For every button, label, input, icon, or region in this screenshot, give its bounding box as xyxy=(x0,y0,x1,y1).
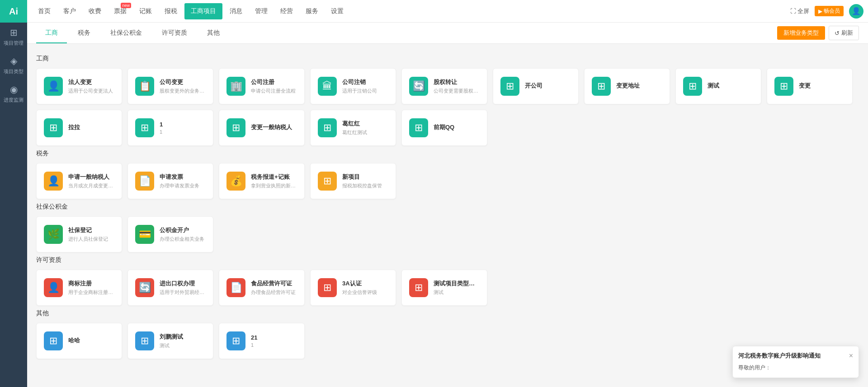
card-text-legal-change: 法人变更 适用于公司变更法人 xyxy=(68,78,114,94)
card-company-change[interactable]: 📋 公司变更 股权变更外的业务变更 xyxy=(127,68,213,104)
notification-close-button[interactable]: × xyxy=(849,352,853,360)
card-company-register[interactable]: 🏢 公司注册 申请公司注册全流程 xyxy=(219,68,305,104)
card-3a-cert[interactable]: ⊞ 3A认证 对企业信誉评级 xyxy=(310,270,396,306)
notification-header: 河北税务数字账户升级影响通知 × xyxy=(738,352,853,360)
card-qianqi-qq[interactable]: ⊞ 前期QQ xyxy=(401,110,487,146)
section-title-shebao: 社保公积金 xyxy=(36,203,859,211)
card-legal-change[interactable]: 👤 法人变更 适用于公司变更法人 xyxy=(36,68,122,104)
app-logo[interactable]: Ai xyxy=(0,0,27,23)
tab-shebao[interactable]: 社保公积金 xyxy=(101,23,151,43)
card-icon-open-company: ⊞ xyxy=(500,77,519,96)
card-icon-change-address: ⊞ xyxy=(592,77,611,96)
card-lala[interactable]: ⊞ 拉拉 xyxy=(36,110,122,146)
card-new-project[interactable]: ⊞ 新项目 报税加税控盘保管 xyxy=(310,163,396,199)
card-change[interactable]: ⊞ 变更 xyxy=(767,68,853,104)
cards-grid-xuke: 👤 商标注册 用于企业商标注册服务 🔄 进出口权办理 适用于对外贸易经营者 📄 … xyxy=(36,270,859,306)
card-change-taxpayer[interactable]: ⊞ 变更一般纳税人 xyxy=(219,110,305,146)
sidebar-item-project-type[interactable]: ◈ 项目类型 xyxy=(0,51,27,79)
sidebar-item-label: 项目管理 xyxy=(4,40,24,47)
nav-home[interactable]: 首页 xyxy=(32,0,57,23)
card-icon-food-permit: 📄 xyxy=(226,278,245,297)
card-icon-fund-open: 💳 xyxy=(135,225,154,244)
nav-operation[interactable]: 经营 xyxy=(274,0,299,23)
card-icon-new-project: ⊞ xyxy=(318,172,337,191)
card-food-permit[interactable]: 📄 食品经营许可证 办理食品经营许可证 xyxy=(219,270,305,306)
card-icon-test: ⊞ xyxy=(683,77,702,96)
nav-tax[interactable]: 报税 xyxy=(158,0,184,23)
card-trademark[interactable]: 👤 商标注册 用于企业商标注册服务 xyxy=(36,270,122,306)
card-apply-invoice[interactable]: 📄 申请发票 办理申请发票业务 xyxy=(127,163,213,199)
sidebar-item-progress-monitor[interactable]: ◉ 进度监测 xyxy=(0,79,27,108)
fullscreen-btn[interactable]: ⛶ 全屏 xyxy=(790,7,809,15)
card-tax-report-accounting[interactable]: 💰 税务报道+记账 拿到营业执照的新公司 xyxy=(219,163,305,199)
card-test-project-type[interactable]: ⊞ 测试项目类型目定义 测试 xyxy=(401,270,487,306)
card-test[interactable]: ⊞ 测试 xyxy=(675,68,761,104)
cards-grid-shuiwu: 👤 申请一般纳税人 当月或次月成变更完成 📄 申请发票 办理申请发票业务 💰 税… xyxy=(36,163,859,199)
card-equity-transfer[interactable]: 🔄 股权转让 公司变更需要股权转让 xyxy=(401,68,487,104)
notification-popup: 河北税务数字账户升级影响通知 × 尊敬的用户： xyxy=(732,346,859,370)
card-import-export[interactable]: 🔄 进出口权办理 适用于对外贸易经营者 xyxy=(127,270,213,306)
new-type-button[interactable]: 新增业务类型 xyxy=(777,26,825,40)
card-open-company[interactable]: ⊞ 开公司 xyxy=(493,68,579,104)
card-icon-apply-invoice: 📄 xyxy=(135,172,154,191)
nav-settings[interactable]: 设置 xyxy=(325,0,350,23)
progress-monitor-icon: ◉ xyxy=(10,84,18,95)
tab-gongshang[interactable]: 工商 xyxy=(36,23,67,43)
card-icon-company-change: 📋 xyxy=(135,77,154,96)
sidebar-item-project-manage[interactable]: ⊞ 项目管理 xyxy=(0,23,27,51)
card-icon-import-export: 🔄 xyxy=(135,278,154,297)
card-company-cancel[interactable]: 🏛 公司注销 适用于注销公司 xyxy=(310,68,396,104)
user-avatar[interactable]: 👤 xyxy=(849,4,863,19)
card-twenty-one[interactable]: ⊞ 21 1 xyxy=(219,323,305,359)
card-icon-apply-taxpayer: 👤 xyxy=(44,172,63,191)
fullscreen-icon: ⛶ xyxy=(790,8,796,14)
card-liupeng-test[interactable]: ⊞ 刘鹏测试 测试 xyxy=(127,323,213,359)
card-social-register[interactable]: 🌿 社保登记 进行人员社保登记 xyxy=(36,216,122,252)
tabs-actions: 新增业务类型 ↺ 刷新 xyxy=(777,26,859,40)
card-change-address[interactable]: ⊞ 变更地址 xyxy=(584,68,670,104)
card-icon-qianqi-qq: ⊞ xyxy=(409,118,428,137)
new-badge: new xyxy=(121,3,131,9)
main-content: 工商 税务 社保公积金 许可资质 其他 新增业务类型 ↺ 刷新 工商 👤 法人变… xyxy=(27,23,868,370)
nav-management[interactable]: 管理 xyxy=(249,0,274,23)
notification-title: 河北税务数字账户升级影响通知 xyxy=(738,352,821,360)
vip-btn[interactable]: ▶ 畅会员 xyxy=(815,6,844,16)
card-icon-3a-cert: ⊞ xyxy=(318,278,337,297)
cards-grid-gongshang: 👤 法人变更 适用于公司变更法人 📋 公司变更 股权变更外的业务变更 🏢 公司注… xyxy=(36,68,859,146)
nav-billing[interactable]: 收费 xyxy=(82,0,108,23)
section-title-qita: 其他 xyxy=(36,309,859,317)
card-icon-equity-transfer: 🔄 xyxy=(409,77,428,96)
refresh-button[interactable]: ↺ 刷新 xyxy=(829,26,859,40)
card-icon-tax-report-accounting: 💰 xyxy=(226,172,245,191)
card-one[interactable]: ⊞ 1 1 xyxy=(127,110,213,146)
nav-accounting[interactable]: 记账 xyxy=(133,0,158,23)
nav-tickets[interactable]: 票据 new xyxy=(108,0,133,23)
tab-xuke[interactable]: 许可资质 xyxy=(153,23,196,43)
card-fund-open[interactable]: 💳 公积金开户 办理公积金相关业务 xyxy=(127,216,213,252)
card-icon-social-register: 🌿 xyxy=(44,225,63,244)
top-navigation: 首页 客户 收费 票据 new 记账 报税 工商项目 消息 管理 经营 服务 设… xyxy=(27,0,868,23)
card-icon-change: ⊞ xyxy=(774,77,793,96)
sidebar-item-label: 项目类型 xyxy=(4,68,24,75)
card-icon-legal-change: 👤 xyxy=(44,77,63,96)
tab-qita[interactable]: 其他 xyxy=(198,23,229,43)
card-gehonghong[interactable]: ⊞ 葛红红 葛红红测试 xyxy=(310,110,396,146)
card-desc: 适用于公司变更法人 xyxy=(68,88,114,94)
project-type-icon: ◈ xyxy=(10,56,17,66)
nav-business[interactable]: 工商项目 xyxy=(184,3,222,19)
card-icon-company-register: 🏢 xyxy=(226,77,245,96)
card-icon-lala: ⊞ xyxy=(44,118,63,137)
card-apply-taxpayer[interactable]: 👤 申请一般纳税人 当月或次月成变更完成 xyxy=(36,163,122,199)
nav-service[interactable]: 服务 xyxy=(299,0,325,23)
tab-shuiwu[interactable]: 税务 xyxy=(69,23,99,43)
card-icon-company-cancel: 🏛 xyxy=(318,77,337,96)
section-title-shuiwu: 税务 xyxy=(36,149,859,158)
cards-grid-shebao: 🌿 社保登记 进行人员社保登记 💳 公积金开户 办理公积金相关业务 xyxy=(36,216,859,252)
nav-message[interactable]: 消息 xyxy=(223,0,249,23)
topnav-right: ⛶ 全屏 ▶ 畅会员 👤 xyxy=(790,4,863,19)
card-icon-haha: ⊞ xyxy=(44,331,63,350)
card-icon-change-taxpayer: ⊞ xyxy=(226,118,245,137)
card-icon-test-project-type: ⊞ xyxy=(409,278,428,297)
card-haha[interactable]: ⊞ 哈哈 xyxy=(36,323,122,359)
nav-customer[interactable]: 客户 xyxy=(57,0,82,23)
